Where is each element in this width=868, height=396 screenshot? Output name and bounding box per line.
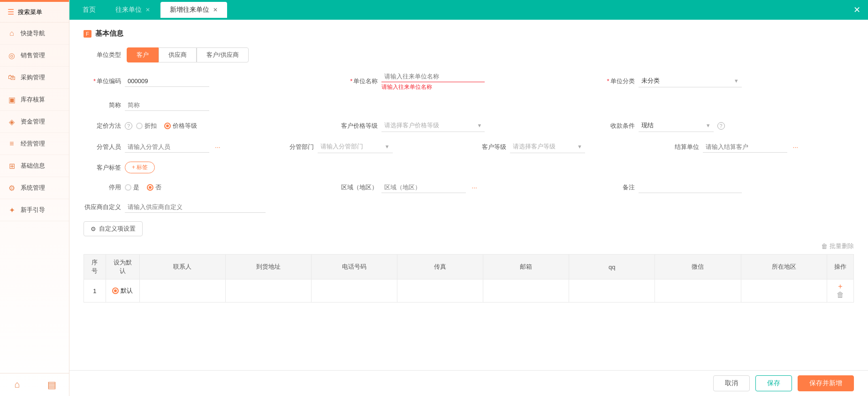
- customer-level-arrow: ▼: [577, 144, 582, 149]
- tab-partner-list[interactable]: 往来单位 ✕: [106, 2, 160, 18]
- weixin-input[interactable]: [660, 287, 736, 295]
- sidebar-item-quick-nav[interactable]: ⌂ 快捷导航: [0, 23, 69, 45]
- col-fax: 传真: [397, 255, 483, 280]
- pricing-discount-option[interactable]: 折扣: [136, 122, 157, 130]
- sidebar-item-purchase[interactable]: 🛍 采购管理: [0, 67, 69, 89]
- code-name-category-row: 单位编码 单位名称 请输入往来单位名称 单位分类 未分类 ▼: [84, 71, 854, 91]
- add-tag-button[interactable]: + 标签: [125, 162, 155, 173]
- cell-action: + 🗑: [827, 280, 853, 303]
- unit-type-group-container: 单位类型 客户 供应商 客户/供应商: [84, 47, 249, 62]
- manager-ellipsis[interactable]: ···: [213, 143, 222, 151]
- phone-input[interactable]: [316, 287, 392, 295]
- disabled-label: 停用: [84, 183, 121, 192]
- sidebar-item-label: 资金管理: [21, 117, 45, 126]
- code-input[interactable]: [125, 76, 209, 87]
- tab-partner-list-close[interactable]: ✕: [145, 7, 150, 13]
- payment-label: 收款条件: [597, 122, 635, 130]
- disabled-yes-radio[interactable]: [125, 184, 131, 191]
- custom-settings-button[interactable]: ⚙ 自定义项设置: [84, 221, 143, 236]
- sidebar-bottom-btn1[interactable]: ⌂: [0, 373, 35, 396]
- sidebar-item-operation[interactable]: ≡ 经营管理: [0, 133, 69, 155]
- pricelevel-radio[interactable]: [164, 123, 171, 129]
- box-icon: ▣: [8, 95, 16, 104]
- qq-input[interactable]: [574, 287, 650, 295]
- pricing-label: 定价方法: [84, 122, 121, 130]
- settlement-input[interactable]: [703, 141, 787, 153]
- tab-home[interactable]: 首页: [73, 2, 105, 18]
- batch-delete-label[interactable]: 批量删除: [830, 242, 854, 250]
- pricing-row: 定价方法 ? 折扣 价格等级 客户价格等级 请选择客户价格等级: [84, 119, 854, 132]
- section-header: F 基本信息: [84, 29, 854, 38]
- cell-email: [483, 280, 569, 303]
- disabled-yes-option[interactable]: 是: [125, 183, 139, 192]
- sidebar-item-label: 新手引导: [21, 206, 45, 214]
- save-button[interactable]: 保存: [755, 375, 792, 391]
- batch-delete-area: 🗑 批量删除: [84, 242, 854, 250]
- gear-icon: ⚙: [8, 184, 16, 192]
- gear-settings-icon: ⚙: [91, 225, 96, 233]
- manager-input[interactable]: [125, 141, 209, 153]
- save-and-add-button[interactable]: 保存并新增: [798, 375, 854, 391]
- sidebar-item-finance[interactable]: ◈ 资金管理: [0, 111, 69, 133]
- category-arrow: ▼: [734, 78, 739, 84]
- circle-icon: ◎: [8, 51, 16, 60]
- tags-row: 客户标签 + 标签: [84, 162, 854, 173]
- shortname-input[interactable]: [125, 100, 209, 111]
- window-close-button[interactable]: ✕: [850, 3, 864, 17]
- sidebar-item-inventory[interactable]: ▣ 库存核算: [0, 89, 69, 111]
- dept-select[interactable]: 请输入分管部门 ▼: [318, 140, 393, 153]
- tab-new-partner-close[interactable]: ✕: [213, 7, 218, 13]
- col-weixin: 微信: [655, 255, 741, 280]
- settlement-ellipsis[interactable]: ···: [791, 143, 800, 151]
- pricing-pricelevel-option[interactable]: 价格等级: [164, 122, 197, 130]
- discount-radio[interactable]: [136, 123, 143, 129]
- category-select[interactable]: 未分类 ▼: [639, 75, 742, 87]
- customer-price-label: 客户价格等级: [340, 122, 378, 130]
- tab-bar: 首页 往来单位 ✕ 新增往来单位 ✕ ✕: [69, 0, 868, 20]
- customer-price-select[interactable]: 请选择客户价格等级 ▼: [381, 119, 485, 132]
- disabled-no-radio[interactable]: [147, 184, 153, 191]
- col-address: 到货地址: [225, 255, 311, 280]
- disabled-region-remark-row: 停用 是 否 区域（地区） ··· 备注: [84, 182, 854, 193]
- sidebar-item-label: 基础信息: [21, 162, 45, 170]
- contact-input[interactable]: [145, 287, 221, 295]
- payment-group: 收款条件 现结 ▼ ?: [597, 119, 854, 132]
- cancel-button[interactable]: 取消: [713, 375, 750, 391]
- sidebar-item-sales[interactable]: ◎ 销售管理: [0, 45, 69, 67]
- row-delete-btn[interactable]: 🗑: [836, 291, 845, 299]
- section-icon: F: [84, 30, 91, 38]
- unit-type-supplier-btn[interactable]: 供应商: [159, 47, 197, 62]
- payment-select[interactable]: 现结 ▼: [639, 119, 714, 132]
- name-input[interactable]: [381, 71, 485, 82]
- cell-qq: [569, 280, 655, 303]
- shortname-row: 简称: [84, 100, 854, 111]
- row-default-radio[interactable]: [112, 287, 119, 294]
- email-input[interactable]: [488, 287, 564, 295]
- disabled-no-option[interactable]: 否: [147, 183, 161, 192]
- col-phone: 电话号码: [311, 255, 397, 280]
- region-ellipsis[interactable]: ···: [470, 184, 479, 191]
- sidebar: ☰ 搜索菜单 ⌂ 快捷导航 ◎ 销售管理 🛍 采购管理 ▣ 库存核算 ◈ 资金管…: [0, 0, 69, 396]
- payment-help-icon[interactable]: ?: [717, 122, 725, 130]
- sidebar-bottom-btn2[interactable]: ▤: [35, 373, 69, 396]
- sidebar-item-basic[interactable]: ⊞ 基础信息: [0, 155, 69, 177]
- tab-new-partner[interactable]: 新增往来单位 ✕: [160, 2, 227, 18]
- custom-settings-label: 自定义项设置: [99, 225, 136, 233]
- sidebar-item-system[interactable]: ⚙ 系统管理: [0, 177, 69, 199]
- unit-type-both-btn[interactable]: 客户/供应商: [197, 47, 249, 62]
- fax-input[interactable]: [402, 287, 478, 295]
- sidebar-item-label: 销售管理: [21, 51, 45, 60]
- sidebar-item-guide[interactable]: ✦ 新手引导: [0, 199, 69, 221]
- region-cell-input[interactable]: [746, 287, 822, 295]
- row-add-btn[interactable]: +: [837, 282, 843, 290]
- customer-level-select[interactable]: 请选择客户等级 ▼: [510, 140, 585, 153]
- remark-input[interactable]: [639, 182, 742, 193]
- table-body: 1 默认 +: [84, 280, 854, 303]
- region-input[interactable]: [381, 182, 466, 193]
- sidebar-search[interactable]: ☰ 搜索菜单: [0, 2, 69, 23]
- supplier-custom-input[interactable]: [125, 202, 266, 213]
- unit-type-customer-btn[interactable]: 客户: [127, 47, 159, 62]
- pricing-help-icon[interactable]: ?: [125, 122, 132, 130]
- address-input[interactable]: [230, 287, 306, 295]
- table-header-row: 序号 设为默认 联系人 到货地址 电话号码 传真 邮箱 qq 微信 所在地区 操…: [84, 255, 854, 280]
